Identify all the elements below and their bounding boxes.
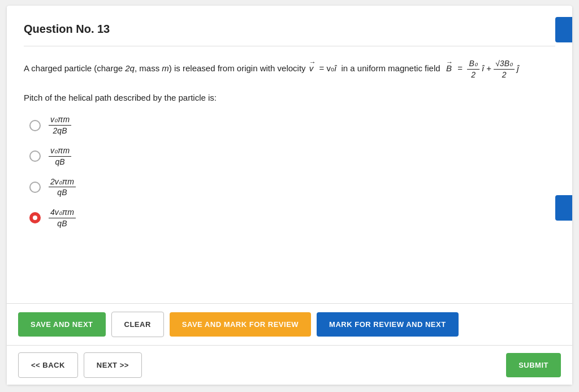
options-list: v₀πm 2qB v₀πm qB	[29, 115, 555, 228]
radio-c[interactable]	[29, 182, 41, 193]
option-b[interactable]: v₀πm qB	[29, 146, 555, 167]
option-c[interactable]: 2v₀πm qB	[29, 177, 555, 198]
radio-a[interactable]	[29, 120, 41, 131]
pitch-text: Pitch of the helical path described by t…	[24, 93, 555, 102]
option-a[interactable]: v₀πm 2qB	[29, 115, 555, 136]
clear-button[interactable]: CLEAR	[111, 312, 164, 337]
back-button[interactable]: << BACK	[18, 352, 78, 378]
save-and-mark-review-button[interactable]: SAVE AND MARK FOR REVIEW	[170, 312, 311, 337]
divider	[24, 46, 555, 46]
nav-bar: << BACK NEXT >> SUBMIT	[7, 345, 572, 385]
save-and-next-button[interactable]: SAVE AND NEXT	[18, 312, 106, 337]
question-area: Question No. 13 A charged particle (char…	[7, 6, 572, 303]
frac-sqrt3b0-2: √3B₀ 2	[494, 59, 515, 80]
blue-tab-bottom[interactable]	[555, 195, 572, 221]
option-b-label: v₀πm qB	[49, 146, 71, 167]
velocity-vector: → v	[309, 57, 314, 76]
option-c-label: 2v₀πm qB	[49, 177, 76, 198]
radio-b[interactable]	[29, 150, 41, 162]
radio-d[interactable]	[29, 212, 41, 223]
main-container: Question No. 13 A charged particle (char…	[7, 6, 572, 385]
action-buttons-row: SAVE AND NEXT CLEAR SAVE AND MARK FOR RE…	[7, 303, 572, 345]
mark-for-review-button[interactable]: MARK FOR REVIEW AND NEXT	[317, 312, 459, 337]
next-button[interactable]: NEXT >>	[84, 352, 142, 378]
field-vector: → B	[446, 57, 452, 76]
submit-button[interactable]: SUBMIT	[506, 353, 561, 377]
option-d[interactable]: 4v₀πm qB	[29, 208, 555, 229]
blue-tab-top[interactable]	[555, 17, 572, 42]
option-a-label: v₀πm 2qB	[49, 115, 71, 136]
question-text: A charged particle (charge 2q, mass m) i…	[24, 57, 555, 79]
option-d-label: 4v₀πm qB	[49, 208, 76, 229]
question-number: Question No. 13	[24, 23, 555, 36]
frac-b0-2: B₀ 2	[467, 59, 479, 80]
